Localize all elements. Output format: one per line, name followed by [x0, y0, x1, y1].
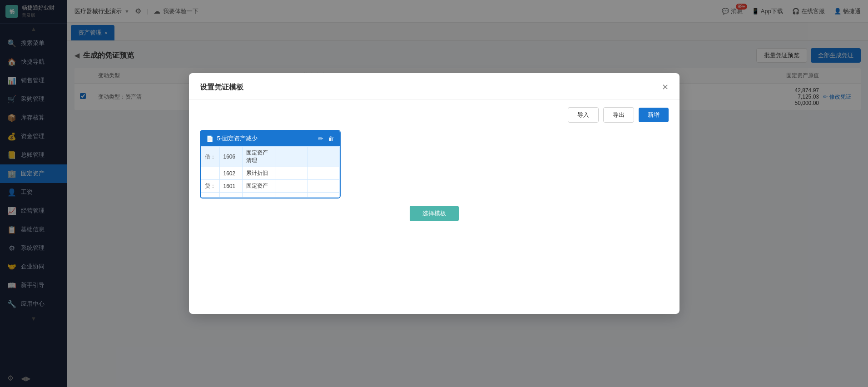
entry-code: 1602 — [219, 167, 242, 180]
template-card-actions: ✏ 🗑 — [318, 135, 334, 142]
entry-code: 1606 — [219, 147, 242, 167]
entry-side — [201, 193, 219, 198]
entry-debit — [276, 180, 308, 193]
entry-credit — [308, 167, 339, 180]
entry-side — [201, 167, 219, 180]
template-card: 📄 5-固定资产减少 ✏ 🗑 借： 1606 固定资产清理 1602 累计折旧 … — [200, 130, 341, 198]
template-entry-row: 借： 1606 固定资产清理 — [201, 147, 339, 167]
select-template-button[interactable]: 选择模板 — [410, 206, 459, 221]
template-entries-table: 借： 1606 固定资产清理 1602 累计折旧 贷： 1601 固定资产 — [201, 146, 340, 198]
entry-name: 固定资产清理 — [242, 147, 276, 167]
entry-side: 贷： — [201, 180, 219, 193]
entry-debit — [276, 147, 308, 167]
template-edit-icon[interactable]: ✏ — [318, 135, 323, 142]
entry-name: 固定资产 — [242, 180, 276, 193]
template-card-header: 📄 5-固定资产减少 ✏ 🗑 — [201, 131, 340, 146]
template-entry-row: 贷： 1601 固定资产 — [201, 180, 339, 193]
template-card-title: 📄 5-固定资产减少 — [206, 134, 258, 143]
entry-credit — [308, 193, 339, 198]
dialog-body: 📄 5-固定资产减少 ✏ 🗑 借： 1606 固定资产清理 1602 累计折旧 … — [189, 130, 680, 221]
entry-code: 1601 — [219, 180, 242, 193]
entry-credit — [308, 147, 339, 167]
entry-credit — [308, 180, 339, 193]
entry-name — [242, 193, 276, 198]
template-entry-row — [201, 193, 339, 198]
dialog-title: 设置凭证模板 — [200, 83, 243, 92]
entry-side: 借： — [201, 147, 219, 167]
entry-debit — [276, 193, 308, 198]
template-delete-icon[interactable]: 🗑 — [328, 135, 334, 142]
dialog-header: 设置凭证模板 ✕ — [189, 73, 680, 100]
modal-overlay: 设置凭证模板 ✕ 导入 导出 新增 📄 5-固定资产减少 ✏ 🗑 — [0, 0, 868, 387]
entry-debit — [276, 167, 308, 180]
export-button[interactable]: 导出 — [603, 107, 634, 123]
template-entry-row: 1602 累计折旧 — [201, 167, 339, 180]
dialog: 设置凭证模板 ✕ 导入 导出 新增 📄 5-固定资产减少 ✏ 🗑 — [189, 73, 680, 314]
entry-name: 累计折旧 — [242, 167, 276, 180]
new-button[interactable]: 新增 — [639, 108, 669, 122]
dialog-toolbar: 导入 导出 新增 — [189, 100, 680, 130]
dialog-close-button[interactable]: ✕ — [662, 82, 669, 92]
template-doc-icon: 📄 — [206, 135, 213, 142]
entry-code — [219, 193, 242, 198]
import-button[interactable]: 导入 — [568, 107, 599, 123]
template-id-label: 5-固定资产减少 — [217, 134, 258, 143]
